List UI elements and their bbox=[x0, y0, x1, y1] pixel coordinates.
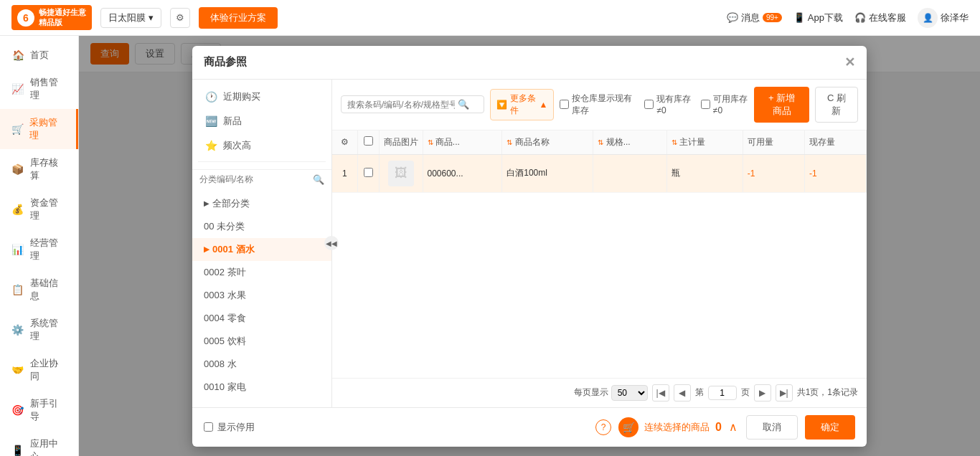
category-item-uncategorized[interactable]: 00 未分类 bbox=[192, 215, 331, 238]
refresh-product-button[interactable]: C 刷新 bbox=[815, 87, 858, 123]
product-image: 🖼 bbox=[388, 161, 414, 186]
category-appliance-label: 0010 家电 bbox=[204, 381, 246, 394]
brand-text: 畅捷通好生意 精品版 bbox=[39, 8, 86, 27]
category-item-beverage[interactable]: 0005 饮料 bbox=[192, 330, 331, 353]
category-tea-label: 0002 茶叶 bbox=[204, 266, 246, 279]
cart-label: 连续选择的商品 bbox=[644, 421, 710, 434]
sidebar-item-sales[interactable]: 📈 销售管理 bbox=[0, 69, 78, 109]
category-item-appliance[interactable]: 0010 家电 bbox=[192, 376, 331, 399]
category-item-fruit[interactable]: 0003 水果 bbox=[192, 284, 331, 307]
row-select-checkbox[interactable] bbox=[364, 168, 373, 177]
checkbox-warehouse-input[interactable] bbox=[560, 100, 569, 109]
row-checkbox[interactable] bbox=[357, 154, 379, 192]
th-unit[interactable]: ⇅ 主计量 bbox=[666, 130, 743, 155]
sort-icon-left: ⇅ bbox=[428, 138, 433, 146]
collapse-cart-button[interactable]: ∧ bbox=[729, 420, 738, 434]
product-search-icon[interactable]: 🔍 bbox=[458, 99, 469, 110]
top-nav: 6 畅捷通好生意 精品版 日太阳膜 ▾ ⚙ 体验行业方案 💬 消息 99+ 📱 … bbox=[0, 0, 980, 36]
checkbox-stock-nonzero-input[interactable] bbox=[644, 100, 654, 109]
modal-close-button[interactable]: ✕ bbox=[844, 54, 855, 70]
sidebar-label-finance: 资金管理 bbox=[30, 196, 67, 222]
nav-online-service[interactable]: 🎧 在线客服 bbox=[854, 11, 906, 24]
sidebar-item-system[interactable]: ⚙️ 系统管理 bbox=[0, 310, 78, 350]
sidebar-item-home[interactable]: 🏠 首页 bbox=[0, 42, 78, 69]
checkbox-stock-nonzero[interactable]: 现有库存≠0 bbox=[644, 93, 692, 115]
checkbox-available-nonzero-label: 可用库存≠0 bbox=[713, 93, 748, 115]
sidebar: 🏠 首页 📈 销售管理 🛒 采购管理 📦 库存核算 💰 资金管理 📊 经营管理 … bbox=[0, 36, 79, 456]
main-layout: 🏠 首页 📈 销售管理 🛒 采购管理 📦 库存核算 💰 资金管理 📊 经营管理 … bbox=[0, 36, 980, 456]
show-disabled-label: 显示停用 bbox=[217, 421, 255, 434]
nav-selector[interactable]: 日太阳膜 ▾ bbox=[100, 8, 161, 28]
system-icon: ⚙️ bbox=[11, 323, 24, 336]
category-snack-label: 0004 零食 bbox=[204, 312, 246, 325]
more-filter-button[interactable]: 🔽 更多条件 ▲ bbox=[490, 89, 554, 120]
sidebar-label-enterprise: 企业协同 bbox=[30, 357, 67, 383]
th-spec[interactable]: ⇅ 规格... bbox=[593, 130, 666, 155]
page-suffix: 页 bbox=[741, 386, 750, 399]
category-item-liquor[interactable]: ▶ 0001 酒水 bbox=[192, 238, 331, 261]
phone-icon: 📱 bbox=[793, 12, 805, 23]
nav-user[interactable]: 👤 徐泽华 bbox=[918, 8, 969, 28]
checkbox-warehouse[interactable]: 按仓库显示现有库存 bbox=[560, 92, 636, 117]
cancel-button[interactable]: 取消 bbox=[746, 415, 798, 440]
experience-button[interactable]: 体验行业方案 bbox=[199, 7, 278, 29]
th-stock: 现存量 bbox=[804, 130, 866, 155]
help-icon[interactable]: ? bbox=[595, 419, 611, 435]
brand-line2: 精品版 bbox=[39, 18, 86, 27]
total-pages-info: 共1页，1条记录 bbox=[797, 386, 858, 399]
category-item-snack[interactable]: 0004 零食 bbox=[192, 307, 331, 330]
row-spec bbox=[593, 154, 666, 192]
product-reference-modal: 商品参照 ✕ 🕐 近期购买 🆕 bbox=[192, 46, 867, 447]
tab-recent-purchase[interactable]: 🕐 近期购买 bbox=[198, 85, 326, 108]
nav-selector-label: 日太阳膜 bbox=[108, 11, 146, 24]
first-page-button[interactable]: |◀ bbox=[652, 384, 669, 402]
row-stock: -1 bbox=[804, 154, 866, 192]
category-item-all[interactable]: ▶ 全部分类 bbox=[192, 192, 331, 215]
filter-icon: 🔽 bbox=[496, 100, 507, 110]
product-search-box: 🔍 bbox=[341, 95, 484, 113]
sidebar-item-operations[interactable]: 📊 经营管理 bbox=[0, 229, 78, 270]
sidebar-label-sales: 销售管理 bbox=[30, 76, 67, 102]
th-name[interactable]: ⇅ 商品名称 bbox=[502, 130, 593, 155]
sidebar-item-guide[interactable]: 🎯 新手引导 bbox=[0, 390, 78, 430]
sidebar-item-basic-info[interactable]: 📋 基础信息 bbox=[0, 270, 78, 310]
th-code[interactable]: ⇅ 商品... bbox=[423, 130, 502, 155]
tab-frequent[interactable]: ⭐ 频次高 bbox=[198, 134, 326, 157]
purchase-icon: 🛒 bbox=[11, 123, 24, 136]
category-item-tea[interactable]: 0002 茶叶 bbox=[192, 261, 331, 284]
next-page-button[interactable]: ▶ bbox=[754, 384, 771, 402]
last-page-button[interactable]: ▶| bbox=[776, 384, 793, 402]
add-product-button[interactable]: + 新增商品 bbox=[754, 87, 809, 123]
th-available: 可用量 bbox=[743, 130, 804, 155]
settings-icon[interactable]: ⚙ bbox=[170, 8, 190, 28]
sidebar-item-app-center[interactable]: 📱 应用中心 bbox=[0, 430, 78, 456]
sidebar-item-enterprise[interactable]: 🤝 企业协同 bbox=[0, 350, 78, 390]
sidebar-item-finance[interactable]: 💰 资金管理 bbox=[0, 189, 78, 229]
checkbox-available-nonzero-input[interactable] bbox=[701, 100, 710, 109]
product-search-input[interactable] bbox=[347, 100, 455, 110]
settings-col-icon[interactable]: ⚙ bbox=[341, 137, 349, 147]
select-all-checkbox[interactable] bbox=[364, 136, 373, 146]
sidebar-item-purchase[interactable]: 🛒 采购管理 bbox=[0, 109, 78, 149]
nav-message[interactable]: 💬 消息 99+ bbox=[727, 11, 782, 24]
show-disabled-checkbox[interactable] bbox=[204, 422, 213, 432]
checkbox-stock-nonzero-label: 现有库存≠0 bbox=[656, 93, 692, 115]
table-row[interactable]: 1 🖼 00 bbox=[332, 154, 867, 192]
category-search-input[interactable] bbox=[199, 174, 308, 184]
tab-new-products[interactable]: 🆕 新品 bbox=[198, 110, 326, 133]
category-search-icon[interactable]: 🔍 bbox=[313, 174, 324, 185]
checkbox-available-nonzero[interactable]: 可用库存≠0 bbox=[701, 93, 748, 115]
filter-checkboxes: 按仓库显示现有库存 现有库存≠0 可用库存≠0 bbox=[560, 92, 748, 117]
tab-frequent-label: 频次高 bbox=[223, 139, 251, 152]
page-number-input[interactable] bbox=[708, 386, 737, 400]
sidebar-item-inventory[interactable]: 📦 库存核算 bbox=[0, 149, 78, 189]
row-image: 🖼 bbox=[379, 154, 423, 192]
collapse-panel-button[interactable]: ◀◀ bbox=[324, 236, 339, 250]
confirm-button[interactable]: 确定 bbox=[805, 415, 855, 440]
checkbox-warehouse-label: 按仓库显示现有库存 bbox=[572, 92, 636, 117]
prev-page-button[interactable]: ◀ bbox=[674, 384, 691, 402]
per-page-dropdown[interactable]: 50 100 200 bbox=[611, 385, 648, 401]
nav-app-download[interactable]: 📱 App下载 bbox=[793, 11, 843, 24]
category-uncategorized-label: 00 未分类 bbox=[204, 220, 245, 233]
category-item-water[interactable]: 0008 水 bbox=[192, 353, 331, 376]
